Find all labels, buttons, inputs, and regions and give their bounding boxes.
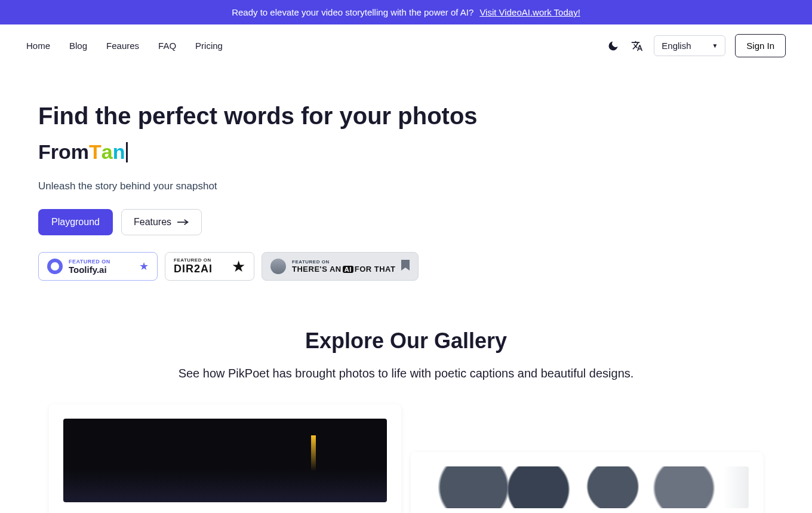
badge-dir2ai[interactable]: FEATURED ON DIR2AI ★: [165, 252, 254, 281]
nav-pricing[interactable]: Pricing: [195, 41, 223, 51]
hero: Find the perfect words for your photos F…: [0, 67, 812, 305]
gallery-image-night-tower: [63, 419, 387, 502]
promo-banner: Ready to elevate your video storytelling…: [0, 0, 812, 24]
star-icon: ★: [139, 260, 149, 273]
badge-toolify-name: Toolify.ai: [69, 265, 110, 275]
gallery-card[interactable]: [49, 404, 401, 513]
hero-from-prefix: From: [38, 140, 89, 164]
language-select[interactable]: English ▼: [654, 35, 725, 56]
gallery-title: Explore Our Gallery: [38, 328, 774, 354]
badge-featured-label: FEATURED ON: [174, 257, 213, 263]
playground-button[interactable]: Playground: [38, 209, 113, 235]
arrow-right-icon: [177, 219, 189, 226]
language-value: English: [662, 41, 691, 51]
bookmark-icon: [401, 260, 410, 274]
signin-button[interactable]: Sign In: [735, 34, 786, 57]
gallery-card[interactable]: [411, 452, 763, 513]
toolify-logo-icon: [47, 259, 63, 274]
gallery-image-rocks-stream: [425, 466, 749, 508]
nav-features[interactable]: Feaures: [106, 41, 139, 51]
nav-blog[interactable]: Blog: [69, 41, 87, 51]
hero-typed-line: From T a n: [38, 140, 774, 164]
badge-dir2ai-name: DIR2AI: [174, 263, 213, 275]
gallery-section: Explore Our Gallery See how PikPoet has …: [0, 305, 812, 513]
nav-right: English ▼ Sign In: [606, 34, 786, 57]
gallery-grid: [38, 404, 774, 513]
translate-icon[interactable]: [630, 39, 644, 53]
taaft-logo-icon: [270, 259, 286, 274]
main-nav: Home Blog Feaures FAQ Pricing English ▼ …: [0, 24, 812, 67]
badge-taaft-name: THERE'S ANAIFOR THAT: [292, 265, 395, 274]
chevron-down-icon: ▼: [712, 42, 718, 49]
featured-badges: FEATURED ON Toolify.ai ★ FEATURED ON DIR…: [38, 252, 774, 281]
nav-links: Home Blog Feaures FAQ Pricing: [26, 41, 223, 51]
nav-home[interactable]: Home: [26, 41, 50, 51]
badge-toolify[interactable]: FEATURED ON Toolify.ai ★: [38, 252, 158, 281]
features-button-label: Features: [134, 217, 171, 228]
hero-subtitle: Unleash the story behind your snapshot: [38, 180, 774, 192]
badge-featured-label: FEATURED ON: [292, 259, 395, 265]
star-icon: ★: [232, 257, 245, 276]
hero-actions: Playground Features: [38, 209, 774, 235]
badge-featured-label: FEATURED ON: [69, 259, 110, 265]
promo-text: Ready to elevate your video storytelling…: [232, 7, 473, 17]
hero-typed-text: T a n: [89, 140, 125, 164]
badge-theresanaiforthat[interactable]: FEATURED ON THERE'S ANAIFOR THAT: [262, 252, 419, 281]
nav-faq[interactable]: FAQ: [158, 41, 176, 51]
features-button[interactable]: Features: [121, 209, 202, 235]
dark-mode-icon[interactable]: [606, 39, 620, 53]
hero-title: Find the perfect words for your photos: [38, 103, 774, 130]
gallery-subtitle: See how PikPoet has brought photos to li…: [38, 367, 774, 380]
typing-cursor-icon: [126, 142, 128, 162]
promo-link[interactable]: Visit VideoAI.work Today!: [479, 7, 580, 17]
